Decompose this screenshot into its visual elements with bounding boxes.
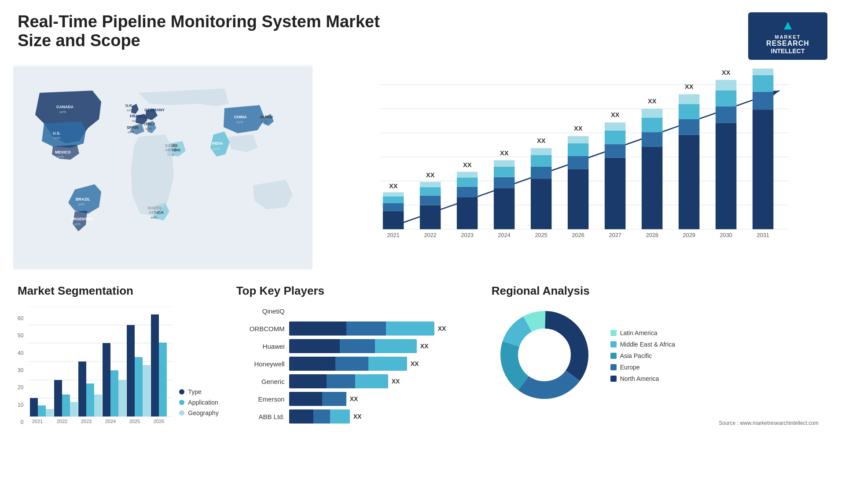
svg-rect-68 [568, 156, 588, 169]
svg-rect-50 [420, 182, 441, 187]
svg-rect-58 [494, 177, 514, 189]
legend-asia-pacific: Asia Pacific [610, 352, 675, 359]
svg-rect-129 [143, 365, 151, 416]
svg-text:2025: 2025 [129, 419, 140, 424]
players-title: Top Key Players [236, 284, 474, 298]
world-map-svg: CANADA xx% U.S. xx% MEXICO xx% BRAZIL xx… [13, 64, 312, 271]
svg-rect-130 [151, 314, 159, 416]
svg-rect-88 [716, 106, 736, 123]
svg-text:XX: XX [722, 69, 731, 76]
bar-chart-container: XX XX XX XX [321, 64, 832, 271]
svg-text:xx%: xx% [78, 202, 84, 206]
svg-text:2027: 2027 [609, 232, 621, 238]
svg-rect-125 [110, 370, 118, 416]
svg-rect-94 [753, 75, 773, 92]
svg-rect-93 [753, 92, 773, 110]
svg-text:2023: 2023 [461, 232, 473, 238]
source-text: Source : www.marketresearchintellect.com [492, 418, 827, 426]
legend-geography: Geography [179, 409, 218, 416]
content-area: CANADA xx% U.S. xx% MEXICO xx% BRAZIL xx… [0, 64, 845, 464]
logo-line3: INTELLECT [771, 47, 805, 55]
svg-text:xx%: xx% [145, 127, 152, 131]
svg-text:2024: 2024 [105, 419, 116, 424]
svg-text:CANADA: CANADA [56, 105, 73, 109]
svg-text:2026: 2026 [154, 419, 164, 424]
svg-rect-122 [86, 383, 94, 416]
svg-rect-115 [30, 398, 38, 416]
svg-rect-49 [420, 187, 441, 195]
svg-rect-67 [568, 169, 588, 229]
svg-rect-124 [103, 343, 110, 416]
svg-rect-73 [605, 144, 625, 158]
players-container: Top Key Players QinetiQ ORBCOMM XX [232, 280, 478, 464]
svg-rect-63 [531, 167, 551, 179]
svg-rect-87 [716, 123, 736, 229]
svg-rect-60 [494, 160, 514, 167]
svg-text:2021: 2021 [32, 419, 43, 424]
svg-text:XX: XX [574, 125, 583, 132]
player-row-qinetiQ: QinetiQ [236, 304, 474, 318]
type-dot [179, 389, 184, 394]
donut-chart-wrapper [492, 302, 597, 409]
geography-dot [179, 410, 184, 416]
svg-rect-127 [127, 325, 135, 416]
svg-text:xx%: xx% [57, 155, 64, 159]
svg-rect-84 [679, 104, 699, 119]
svg-text:ITALY: ITALY [144, 122, 155, 126]
svg-rect-43 [383, 203, 404, 211]
header: Real-Time Pipeline Monitoring System Mar… [0, 0, 845, 64]
svg-rect-57 [494, 188, 514, 229]
player-name: Honeywell [236, 360, 285, 368]
legend-application: Application [179, 399, 218, 406]
regional-container: Regional Analysis [487, 280, 832, 464]
player-bar: XX [289, 374, 474, 388]
svg-rect-62 [531, 179, 551, 229]
svg-rect-90 [716, 80, 736, 91]
svg-rect-79 [642, 117, 662, 132]
svg-text:FRANCE: FRANCE [130, 114, 147, 118]
player-row-huawei: Huawei XX [236, 339, 474, 353]
svg-text:xx%: xx% [236, 120, 243, 124]
player-bar: XX [289, 321, 474, 336]
application-dot [179, 400, 184, 405]
svg-text:2031: 2031 [757, 232, 769, 238]
svg-rect-131 [159, 343, 167, 416]
svg-text:INDIA: INDIA [212, 141, 223, 146]
svg-rect-72 [605, 158, 625, 230]
svg-rect-117 [46, 409, 54, 416]
svg-text:xx%: xx% [59, 110, 66, 114]
svg-rect-123 [94, 394, 102, 416]
svg-text:JAPAN: JAPAN [260, 115, 273, 119]
legend-europe: Europe [610, 364, 675, 371]
player-name: ORBCOMM [236, 325, 285, 332]
svg-rect-54 [457, 177, 478, 186]
svg-rect-78 [642, 132, 662, 147]
svg-text:2028: 2028 [646, 232, 658, 238]
svg-text:CHINA: CHINA [234, 115, 247, 119]
svg-rect-65 [531, 148, 551, 155]
segmentation-chart-svg: 2021 2022 2023 2024 2025 2026 [28, 307, 173, 425]
svg-text:XX: XX [389, 183, 398, 190]
legend-middle-east-africa: Middle East & Africa [610, 341, 675, 348]
svg-rect-118 [54, 380, 62, 416]
player-bar: XX [289, 357, 474, 371]
growth-chart-svg: XX XX XX XX [330, 69, 823, 253]
svg-text:U.K.: U.K. [125, 103, 133, 108]
player-name: ABB Ltd. [236, 413, 285, 420]
svg-text:XX: XX [537, 137, 546, 144]
segmentation-title: Market Segmentation [18, 284, 219, 298]
regional-legend: Latin America Middle East & Africa Asia … [610, 329, 675, 382]
svg-text:ARGENTINA: ARGENTINA [70, 217, 94, 221]
svg-text:2024: 2024 [498, 232, 510, 238]
logo: ▲ MARKET RESEARCH INTELLECT [748, 12, 827, 60]
svg-text:xx%: xx% [151, 215, 157, 219]
player-bar: XX [289, 392, 474, 406]
svg-rect-47 [420, 205, 441, 229]
svg-text:XX: XX [611, 111, 620, 118]
player-bar: XX [289, 339, 474, 353]
svg-text:2022: 2022 [424, 232, 436, 238]
legend-type: Type [179, 388, 218, 395]
svg-rect-77 [642, 147, 662, 229]
page-title: Real-Time Pipeline Monitoring System Mar… [18, 12, 414, 50]
logo-icon: ▲ [781, 18, 794, 33]
